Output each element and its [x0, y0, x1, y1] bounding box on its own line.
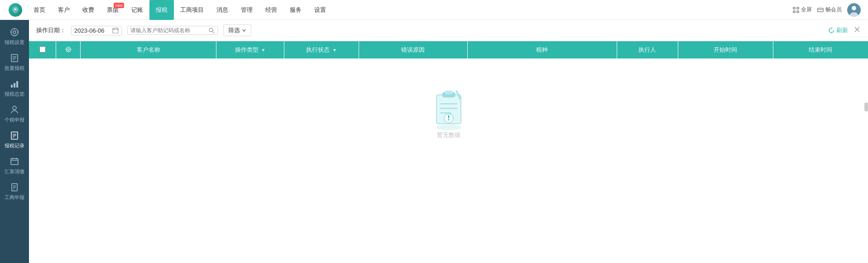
column-tax-type: 税种	[467, 41, 617, 58]
column-checkbox	[29, 41, 56, 58]
svg-point-42	[66, 47, 71, 52]
chevron-down-icon	[242, 28, 246, 33]
calendar-icon	[112, 27, 119, 34]
nav-settings[interactable]: 设置	[308, 0, 332, 20]
sidebar-label-tax-record: 报税记录	[5, 142, 24, 149]
data-table-wrap: 客户名称 操作类型 ▼ 执行状态 ▼ 错误原因	[29, 41, 868, 263]
sort-icon-optype: ▼	[261, 48, 266, 53]
nav-billing[interactable]: 收费	[76, 0, 101, 20]
search-input[interactable]	[130, 27, 206, 34]
data-table: 客户名称 操作类型 ▼ 执行状态 ▼ 错误原因	[29, 41, 868, 166]
nav-bookkeeping[interactable]: 记账	[125, 0, 149, 20]
nav-operation[interactable]: 经营	[259, 0, 283, 20]
toolbar-right: 刷新	[828, 26, 861, 35]
nav-tax[interactable]: 报税	[149, 0, 174, 20]
top-navigation: 首页 客户 收费 票据 new 记账 报税 工商项目 消息 管理 经营 服务 设…	[0, 0, 868, 20]
nav-manage[interactable]: 管理	[235, 0, 259, 20]
tax-overview-icon	[10, 79, 19, 89]
vip-button[interactable]: 畅会员	[817, 6, 842, 14]
new-badge: new	[114, 3, 124, 9]
tax-record-icon	[10, 131, 19, 141]
nav-menu: 首页 客户 收费 票据 new 记账 报税 工商项目 消息 管理 经营 服务 设…	[27, 0, 793, 20]
search-icon	[208, 27, 215, 34]
svg-rect-19	[14, 83, 15, 88]
sort-icon-status: ▼	[332, 48, 337, 53]
column-exec-status[interactable]: 执行状态 ▼	[284, 41, 359, 58]
search-box[interactable]	[127, 26, 218, 35]
svg-line-39	[212, 31, 214, 33]
column-executor: 执行人	[617, 41, 678, 58]
sidebar-item-annual-settlement[interactable]: 汇算清缴	[0, 153, 29, 179]
svg-point-9	[13, 31, 16, 34]
sidebar-item-tax-settings[interactable]: 报税设置	[0, 24, 29, 49]
nav-business[interactable]: 工商项目	[174, 0, 210, 20]
svg-point-43	[67, 49, 69, 50]
nav-message[interactable]: 消息	[210, 0, 235, 20]
sidebar-label-annual-settlement: 汇算清缴	[5, 168, 24, 175]
refresh-icon	[828, 27, 834, 34]
column-op-type[interactable]: 操作类型 ▼	[216, 41, 284, 58]
sidebar-item-personal-tax[interactable]: 个税申报	[0, 101, 29, 127]
filter-button[interactable]: 筛选	[223, 24, 251, 36]
close-icon	[854, 26, 861, 33]
svg-point-8	[11, 29, 18, 36]
column-error-reason: 错误原因	[359, 41, 468, 58]
nav-invoice[interactable]: 票据 new	[101, 0, 125, 20]
column-settings[interactable]	[56, 41, 81, 58]
personal-tax-icon	[10, 105, 19, 115]
sidebar-label-annual-report: 工商年报	[5, 194, 24, 201]
nav-right-area: 全屏 畅会员	[793, 3, 861, 17]
scrollbar[interactable]	[864, 102, 868, 112]
svg-rect-0	[793, 7, 795, 9]
annual-settlement-icon	[10, 156, 19, 166]
tax-settings-icon	[10, 27, 19, 37]
svg-rect-34	[113, 28, 118, 33]
svg-rect-2	[793, 11, 795, 13]
sidebar-item-annual-report[interactable]: 工商年报	[0, 179, 29, 205]
svg-rect-3	[797, 11, 799, 13]
nav-client[interactable]: 客户	[52, 0, 76, 20]
nav-service[interactable]: 服务	[283, 0, 308, 20]
date-input[interactable]	[74, 27, 110, 34]
empty-row: 暂无数据	[29, 58, 868, 166]
table-body: 暂无数据	[29, 58, 868, 166]
svg-rect-51	[445, 91, 453, 94]
user-avatar[interactable]	[847, 3, 861, 17]
svg-point-48	[436, 125, 461, 130]
sidebar: 报税设置 批量报税 报税总览	[0, 20, 29, 263]
sidebar-item-tax-record[interactable]: 报税记录	[0, 127, 29, 153]
date-label: 操作日期：	[36, 26, 66, 34]
close-button[interactable]	[854, 26, 861, 35]
sidebar-label-personal-tax: 个税申报	[5, 117, 24, 123]
nav-home[interactable]: 首页	[27, 0, 52, 20]
main-layout: 报税设置 批量报税 报税总览	[0, 20, 868, 263]
svg-rect-18	[11, 85, 13, 88]
empty-state: 暂无数据	[29, 58, 868, 166]
date-picker[interactable]	[71, 26, 122, 35]
sidebar-item-batch-tax[interactable]: 批量报税	[0, 49, 29, 75]
svg-rect-26	[11, 159, 18, 165]
fullscreen-button[interactable]: 全屏	[793, 6, 812, 14]
app-logo[interactable]	[7, 2, 24, 18]
logo-icon	[9, 3, 22, 17]
fullscreen-icon	[793, 7, 799, 13]
column-client-name: 客户名称	[81, 41, 216, 58]
refresh-button[interactable]: 刷新	[828, 26, 848, 34]
svg-rect-1	[797, 7, 799, 9]
table-header-row: 客户名称 操作类型 ▼ 执行状态 ▼ 错误原因	[29, 41, 868, 58]
avatar-icon	[847, 3, 861, 17]
empty-illustration	[428, 86, 469, 131]
toolbar: 操作日期： 筛选	[29, 20, 868, 41]
svg-point-21	[13, 106, 16, 110]
settings-icon	[65, 46, 72, 53]
sidebar-item-tax-overview[interactable]: 报税总览	[0, 75, 29, 101]
svg-point-57	[448, 119, 449, 121]
column-start-time: 开始时间	[678, 41, 773, 58]
select-all-checkbox[interactable]	[39, 46, 46, 53]
sidebar-label-tax-settings: 报税设置	[5, 39, 24, 46]
svg-point-38	[209, 28, 213, 32]
content-area: 操作日期： 筛选	[29, 20, 868, 263]
column-end-time: 结束时间	[773, 41, 868, 58]
empty-text: 暂无数据	[437, 131, 460, 139]
svg-rect-20	[16, 81, 18, 88]
